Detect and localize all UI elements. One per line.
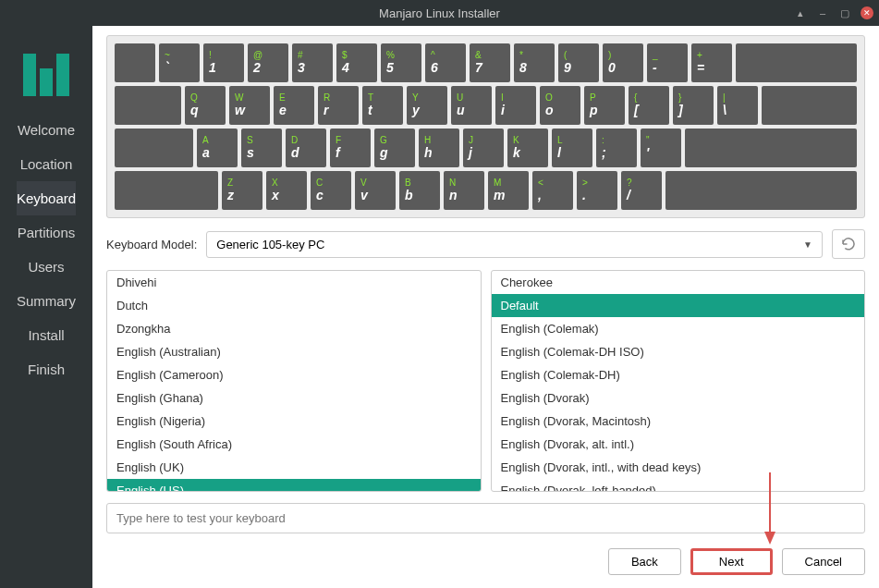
back-button[interactable]: Back: [608, 548, 681, 575]
key-=: +=: [691, 43, 732, 82]
key-;: :;: [596, 129, 637, 167]
keyboard-model-value: Generic 105-key PC: [216, 238, 324, 251]
key-2: @2: [248, 43, 288, 82]
key-q: Qq: [185, 86, 226, 125]
key-modifier: [685, 129, 857, 167]
cancel-button[interactable]: Cancel: [782, 548, 865, 575]
titlebar: Manjaro Linux Installer ▴ – ▢ ✕: [0, 0, 879, 26]
key-0: )0: [603, 43, 643, 82]
list-item[interactable]: English (Nigeria): [107, 410, 481, 433]
key-4: $4: [336, 43, 377, 82]
manjaro-logo: [20, 44, 72, 96]
key-c: Cc: [311, 171, 351, 210]
nav-list: WelcomeLocationKeyboardPartitionsUsersSu…: [17, 113, 76, 386]
list-item[interactable]: English (Dvorak, Macintosh): [492, 410, 865, 433]
key-g: Gg: [374, 129, 415, 167]
key-modifier: [115, 171, 218, 210]
keyboard-model-label: Keyboard Model:: [106, 238, 197, 251]
list-item[interactable]: Dhivehi: [107, 271, 481, 294]
key-/: ?/: [621, 171, 662, 210]
key-\: |\: [717, 86, 758, 125]
list-item[interactable]: Cherokee: [492, 271, 865, 294]
keep-above-icon[interactable]: ▴: [794, 6, 807, 19]
list-item[interactable]: English (Dvorak, intl., with dead keys): [492, 456, 865, 479]
key-.: >.: [577, 171, 617, 210]
key-modifier: [115, 43, 155, 82]
key-x: Xx: [266, 171, 307, 210]
key-y: Yy: [407, 86, 447, 125]
keyboard-preview: ~`!1@2#3$4%5^6&7*8(9)0_-+=QqWwEeRrTtYyUu…: [92, 26, 879, 224]
next-button[interactable]: Next: [690, 548, 773, 575]
sidebar-item-location[interactable]: Location: [17, 147, 76, 181]
key-w: Ww: [229, 86, 270, 125]
list-item[interactable]: Dzongkha: [107, 317, 481, 340]
window-title: Manjaro Linux Installer: [379, 6, 500, 20]
layout-listbox[interactable]: DhivehiDutchDzongkhaEnglish (Australian)…: [106, 270, 482, 492]
key-f: Ff: [330, 129, 371, 167]
maximize-icon[interactable]: ▢: [838, 6, 851, 19]
minimize-icon[interactable]: –: [816, 6, 829, 19]
key-z: Zz: [222, 171, 262, 210]
window-controls: ▴ – ▢ ✕: [794, 6, 873, 19]
variant-listbox[interactable]: CherokeeDefaultEnglish (Colemak)English …: [491, 270, 866, 492]
key-modifier: [115, 86, 181, 125]
sidebar-item-partitions[interactable]: Partitions: [17, 215, 76, 250]
key-8: *8: [514, 43, 555, 82]
refresh-icon: [840, 236, 857, 252]
key-a: Aa: [197, 129, 238, 167]
key-modifier: [115, 129, 193, 167]
key-modifier: [762, 86, 857, 125]
content-area: ~`!1@2#3$4%5^6&7*8(9)0_-+=QqWwEeRrTtYyUu…: [92, 26, 879, 588]
key-modifier: [736, 43, 857, 82]
list-item[interactable]: Default: [492, 294, 865, 317]
list-item[interactable]: English (Dvorak, left-handed): [492, 479, 865, 492]
list-item[interactable]: English (Dvorak, alt. intl.): [492, 433, 865, 456]
key-6: ^6: [425, 43, 466, 82]
list-item[interactable]: English (UK): [107, 456, 481, 479]
key-h: Hh: [419, 129, 459, 167]
sidebar-item-finish[interactable]: Finish: [17, 352, 76, 386]
key-l: Ll: [552, 129, 592, 167]
list-item[interactable]: English (Australian): [107, 340, 481, 363]
key-': "': [641, 129, 681, 167]
key-s: Ss: [241, 129, 282, 167]
key-7: &7: [470, 43, 510, 82]
key-j: Jj: [463, 129, 504, 167]
list-item[interactable]: English (Dvorak): [492, 386, 865, 410]
key-u: Uu: [451, 86, 492, 125]
reset-button[interactable]: [832, 229, 865, 259]
dropdown-arrow-icon: ▼: [803, 239, 812, 250]
key-e: Ee: [274, 86, 314, 125]
sidebar-item-install[interactable]: Install: [17, 318, 76, 352]
list-item[interactable]: English (Colemak-DH): [492, 363, 865, 386]
list-item[interactable]: English (Cameroon): [107, 363, 481, 386]
key-i: Ii: [495, 86, 536, 125]
sidebar-item-users[interactable]: Users: [17, 250, 76, 284]
list-item[interactable]: Dutch: [107, 294, 481, 317]
key-1: !1: [203, 43, 244, 82]
sidebar-item-keyboard[interactable]: Keyboard: [17, 181, 76, 215]
key-p: Pp: [584, 86, 625, 125]
test-keyboard-input[interactable]: [106, 503, 865, 533]
key-n: Nn: [444, 171, 484, 210]
close-icon[interactable]: ✕: [861, 6, 873, 19]
key-r: Rr: [318, 86, 359, 125]
list-item[interactable]: English (Ghana): [107, 386, 481, 410]
key-`: ~`: [159, 43, 200, 82]
sidebar-item-welcome[interactable]: Welcome: [17, 113, 76, 147]
keyboard-model-select[interactable]: Generic 105-key PC ▼: [206, 231, 823, 258]
key-[: {[: [629, 86, 669, 125]
list-item[interactable]: English (South Africa): [107, 433, 481, 456]
key-9: (9: [558, 43, 599, 82]
sidebar: WelcomeLocationKeyboardPartitionsUsersSu…: [0, 26, 92, 588]
key-5: %5: [381, 43, 421, 82]
list-item[interactable]: English (Colemak): [492, 317, 865, 340]
sidebar-item-summary[interactable]: Summary: [17, 284, 76, 318]
list-item[interactable]: English (Colemak-DH ISO): [492, 340, 865, 363]
key-v: Vv: [355, 171, 396, 210]
key-k: Kk: [507, 129, 548, 167]
key-3: #3: [292, 43, 333, 82]
key-,: <,: [532, 171, 573, 210]
list-item[interactable]: English (US): [107, 479, 481, 492]
key-m: Mm: [488, 171, 529, 210]
